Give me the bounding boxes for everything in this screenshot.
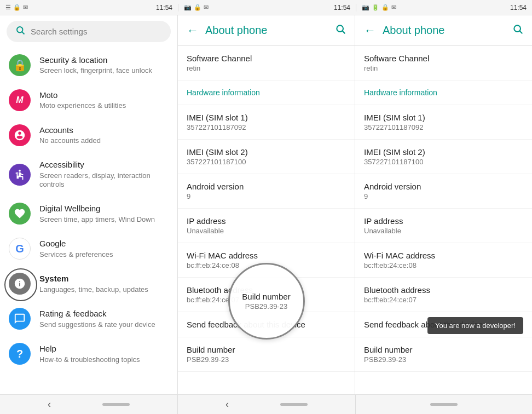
icon-msg2: ✉ [204,4,209,11]
about-item-value-bt2: bc:ff:eb:24:ce:07 [364,296,523,304]
about-item-value-imei11: 357227101187092 [187,123,346,131]
about-item-title-android1: Android version [187,182,346,191]
settings-icon-rating [9,308,31,330]
icon-camera2: 📷 [362,4,369,11]
back-button-1[interactable]: ← [187,24,199,38]
settings-item-system[interactable]: System Languages, time, backup, updates [0,266,177,301]
search-input[interactable] [31,27,162,36]
about-item-title-ip2: IP address [364,216,523,226]
about-content-2: Software Channel retin Hardware informat… [355,46,532,394]
about-item-android-1[interactable]: Android version 9 [178,174,355,209]
settings-item-rating[interactable]: Rating & feedback Send suggestions & rat… [0,301,177,336]
about-item-value-imei22: 357227101187100 [364,158,523,166]
status-bar-left: ☰ 🔒 ✉ 11:54 [0,4,178,12]
build-circle-value: PSB29.39-23 [245,302,287,311]
search-button-2[interactable] [512,24,523,37]
about-item-value-build1: PSB29.39-23 [187,355,346,364]
icon-lock3: 🔒 [381,4,389,11]
settings-list: 🔒 Security & location Screen lock, finge… [0,48,177,394]
about-item-title-sc2: Software Channel [364,54,523,63]
about-item-software-channel-2[interactable]: Software Channel retin [355,46,532,81]
settings-icon-moto: M [9,89,31,111]
about-item-title-imei22: IMEI (SIM slot 2) [364,147,523,157]
bottom-nav-left: ‹ [0,395,178,414]
search-button-1[interactable] [335,24,346,37]
settings-item-subtitle-moto: Moto experiences & utilities [39,101,169,111]
settings-item-subtitle-google: Services & preferences [39,250,169,260]
about-item-ip-2[interactable]: IP address Unavailable [355,209,532,243]
nav-pill-right [430,403,458,406]
settings-icon-security: 🔒 [9,54,31,76]
main-container: 🔒 Security & location Screen lock, finge… [0,15,532,394]
search-bar-container[interactable] [7,21,171,42]
settings-icon-system [9,273,31,295]
about-item-android-2[interactable]: Android version 9 [355,174,532,209]
about-item-value-android2: 9 [364,192,523,200]
settings-item-digitalwellbeing[interactable]: Digital Wellbeing Screen time, app timer… [0,196,177,231]
settings-item-text-accounts: Accounts No accounts added [39,125,169,146]
about-item-imei1-1[interactable]: IMEI (SIM slot 1) 357227101187092 [178,105,355,140]
back-nav-button-left[interactable]: ‹ [48,399,51,410]
about-item-title-wifi1: Wi-Fi MAC address [187,251,346,260]
about-item-title-bt2: Bluetooth address [364,285,523,295]
icon-lock: 🔒 [13,4,21,11]
settings-item-moto[interactable]: M Moto Moto experiences & utilities [0,83,177,118]
svg-point-3 [337,25,343,32]
settings-item-title-digitalwellbeing: Digital Wellbeing [39,203,169,214]
about-item-software-channel-1[interactable]: Software Channel retin [178,46,355,81]
nav-pill-left [102,403,130,406]
about-item-build-2[interactable]: Build number PSB29.39-23 [355,337,532,372]
about-item-value-sc1: retin [187,64,346,72]
settings-item-text-security: Security & location Screen lock, fingerp… [39,55,169,76]
about-item-imei2-2[interactable]: IMEI (SIM slot 2) 357227101187100 [355,140,532,174]
settings-item-help[interactable]: ? Help How-to & troubleshooting topics [0,336,177,371]
settings-item-google[interactable]: G Google Services & preferences [0,231,177,266]
settings-item-subtitle-system: Languages, time, backup, updates [39,285,169,295]
about-item-imei2-1[interactable]: IMEI (SIM slot 2) 357227101187100 [178,140,355,174]
svg-point-0 [17,27,23,33]
settings-icon-accessibility [9,164,31,186]
back-button-2[interactable]: ← [364,24,376,38]
settings-item-subtitle-digitalwellbeing: Screen time, app timers, Wind Down [39,215,169,225]
about-title-1: About phone [205,24,335,37]
settings-icon-accounts [9,124,31,146]
settings-item-text-help: Help How-to & troubleshooting topics [39,343,169,364]
status-time-middle: 11:54 [334,4,350,12]
status-time-left: 11:54 [156,4,172,12]
about-item-ip-1[interactable]: IP address Unavailable [178,209,355,243]
about-item-value-build2: PSB29.39-23 [364,355,523,364]
settings-item-text-moto: Moto Moto experiences & utilities [39,90,169,111]
status-icons-middle: 📷 🔒 ✉ [184,4,209,11]
about-item-value-ip1: Unavailable [187,227,346,235]
settings-item-security[interactable]: 🔒 Security & location Screen lock, finge… [0,48,177,83]
settings-icon-digitalwellbeing [9,203,31,225]
settings-item-text-google: Google Services & preferences [39,238,169,259]
settings-item-text-accessibility: Accessibility Screen readers, display, i… [39,159,169,189]
status-icons-left: ☰ 🔒 ✉ [5,4,28,11]
settings-item-accounts[interactable]: Accounts No accounts added [0,118,177,153]
settings-item-accessibility[interactable]: Accessibility Screen readers, display, i… [0,153,177,196]
about-item-bt-2[interactable]: Bluetooth address bc:ff:eb:24:ce:07 [355,278,532,312]
about-item-wifi-2[interactable]: Wi-Fi MAC address bc:ff:eb:24:ce:08 [355,243,532,278]
icon-msg: ✉ [23,4,28,11]
bottom-nav: ‹ ‹ [0,394,532,414]
about-item-hw-header-1: Hardware information [178,81,355,105]
settings-item-title-accessibility: Accessibility [39,159,169,170]
settings-item-subtitle-accounts: No accounts added [39,136,169,146]
settings-item-title-system: System [39,273,169,284]
about-item-imei1-2[interactable]: IMEI (SIM slot 1) 357227101187092 [355,105,532,140]
about-item-title-wifi2: Wi-Fi MAC address [364,251,523,260]
about-item-title-imei21: IMEI (SIM slot 2) [187,147,346,157]
settings-item-title-moto: Moto [39,90,169,101]
settings-item-subtitle-security: Screen lock, fingerprint, face unlock [39,66,169,76]
build-circle-title: Build number [242,292,290,301]
about-panel-1: ← About phone Software Channel retin Har… [178,15,355,394]
about-item-build-1[interactable]: Build number PSB29.39-23 [178,337,355,372]
settings-item-subtitle-help: How-to & troubleshooting topics [39,355,169,365]
back-nav-button-middle[interactable]: ‹ [225,399,229,410]
about-item-title-imei12: IMEI (SIM slot 1) [364,113,523,122]
status-bar-right: 📷 🔋 🔒 ✉ 11:54 [356,4,532,12]
about-header-1: ← About phone [178,15,355,46]
about-item-value-ip2: Unavailable [364,227,523,235]
status-icons-right: 📷 🔋 🔒 ✉ [362,4,396,11]
